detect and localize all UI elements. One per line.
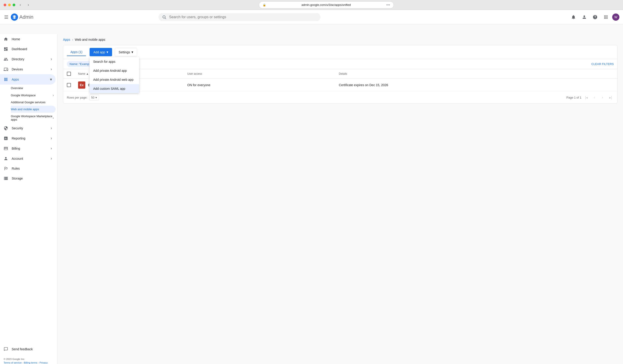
sidebar-item-security[interactable]: Security › [0, 123, 56, 133]
sidebar-sub-google-workspace[interactable]: Google Workspace › [11, 92, 56, 99]
feedback-icon [4, 347, 8, 351]
hamburger-menu-button[interactable] [4, 14, 9, 20]
sidebar-sub-additional-google[interactable]: Additional Google services [11, 99, 56, 106]
forward-button[interactable]: › [25, 2, 31, 8]
breadcrumb-apps-link[interactable]: Apps [63, 38, 70, 42]
details-cell: Certificate expires on Dec 15, 2026 [335, 79, 617, 92]
name-sort-icon[interactable]: ▲ [86, 72, 89, 75]
apps-grid-icon [603, 15, 608, 20]
sidebar: Home Dashboard Directory › [0, 34, 58, 364]
last-page-button[interactable]: ▸| [607, 94, 614, 101]
apps-chevron-icon: ▾ [50, 77, 52, 82]
url-text: admin.google.com/u/3/ac/apps/unified [268, 3, 384, 6]
breadcrumb: Apps › Web and mobile apps [58, 34, 623, 43]
sidebar-item-billing[interactable]: Billing › [0, 143, 56, 153]
add-app-dropdown-arrow: ▾ [107, 50, 108, 54]
google-apps-button[interactable] [601, 13, 610, 21]
row-checkbox[interactable] [67, 83, 71, 87]
sidebar-dashboard-label: Dashboard [12, 47, 27, 51]
address-bar[interactable]: 🔒 admin.google.com/u/3/ac/apps/unified •… [259, 1, 394, 9]
sidebar-apps-label: Apps [12, 78, 19, 81]
table-row[interactable]: Ex E... ON for everyone Certificate expi… [63, 79, 617, 92]
sidebar-sub-overview[interactable]: Overview [11, 85, 56, 92]
notifications-button[interactable] [569, 13, 578, 21]
dropdown-search-apps[interactable]: Search for apps [89, 57, 139, 66]
sidebar-item-account[interactable]: Account › [0, 153, 56, 164]
sidebar-reporting-label: Reporting [12, 137, 25, 140]
sidebar-item-home[interactable]: Home [0, 34, 56, 44]
billing-chevron-icon: › [51, 146, 52, 151]
gws-chevron-icon: › [53, 93, 54, 97]
sidebar-devices-label: Devices [12, 67, 23, 71]
add-app-button[interactable]: Add app ▾ [89, 48, 112, 56]
clear-filters-button[interactable]: CLEAR FILTERS [592, 62, 614, 66]
sidebar-item-dashboard[interactable]: Dashboard [0, 44, 56, 54]
back-button[interactable]: ‹ [17, 2, 23, 8]
send-feedback-label: Send feedback [12, 347, 33, 351]
sidebar-item-directory[interactable]: Directory › [0, 54, 56, 64]
security-chevron-icon: › [51, 126, 52, 130]
help-button[interactable] [591, 13, 600, 21]
sidebar-item-reporting[interactable]: Reporting › [0, 133, 56, 143]
avatar[interactable]: W [612, 14, 619, 21]
sidebar-item-storage[interactable]: Storage [0, 173, 56, 183]
sidebar-sub-marketplace[interactable]: Google Workspace Marketplace apps › [11, 113, 56, 123]
directory-chevron-icon: › [51, 57, 52, 62]
home-icon [4, 37, 8, 42]
security-icon [4, 126, 8, 130]
minimize-window-button[interactable] [8, 4, 11, 6]
apps-icon [4, 77, 8, 82]
directory-icon [4, 57, 8, 62]
sidebar-item-rules[interactable]: Rules [0, 164, 56, 173]
reporting-chevron-icon: › [51, 136, 52, 141]
terms-of-service-link[interactable]: Terms of service [4, 361, 22, 364]
account-search-button[interactable] [580, 13, 589, 21]
dropdown-add-private-android[interactable]: Add private Android app [89, 66, 139, 75]
details-column-header: Details [335, 69, 617, 79]
add-app-label: Add app [93, 50, 105, 54]
sidebar-billing-label: Billing [12, 147, 20, 150]
user-access-cell: ON for everyone [184, 79, 335, 92]
add-app-btn-wrapper: Add app ▾ Search for apps Add private An… [89, 48, 112, 56]
breadcrumb-separator: › [72, 38, 73, 42]
admin-logo-icon [11, 14, 18, 21]
close-window-button[interactable] [4, 4, 6, 6]
send-feedback-button[interactable]: Send feedback [0, 344, 56, 354]
admin-logo-text: Admin [19, 14, 33, 20]
page-info: Page 1 of 1 [566, 96, 581, 99]
admin-logo[interactable]: Admin [11, 14, 33, 21]
search-input[interactable] [169, 15, 317, 19]
sidebar-footer: © 2023 Google Inc. Terms of service - Bi… [0, 354, 57, 364]
apps-tab[interactable]: Apps (1) [67, 48, 86, 56]
topbar-right: W [569, 13, 619, 21]
lock-icon: 🔒 [263, 3, 266, 6]
sidebar-sub-web-mobile[interactable]: Web and mobile apps [11, 106, 56, 113]
search-bar[interactable] [158, 13, 320, 21]
sidebar-item-devices[interactable]: Devices › [0, 64, 56, 74]
rows-per-page-label: Rows per page: [67, 96, 87, 99]
dashboard-icon [4, 47, 8, 51]
rows-per-page-select[interactable]: 50 ▾ [89, 95, 99, 100]
rules-icon [4, 166, 8, 171]
dropdown-add-private-android-web[interactable]: Add private Android web app [89, 75, 139, 84]
select-all-checkbox[interactable] [67, 72, 71, 76]
table-footer: Rows per page: 50 ▾ Page 1 of 1 |◂ ‹ › ▸… [63, 92, 617, 103]
filter-bar: Name: "Examp ✕ CLEAR FILTERS [63, 59, 617, 69]
devices-icon [4, 67, 8, 72]
content-card: Apps (1) Add app ▾ Search for apps Add p… [63, 45, 618, 104]
sidebar-item-apps[interactable]: Apps ▾ [0, 74, 56, 85]
first-page-button[interactable]: |◂ [583, 94, 589, 101]
prev-page-button[interactable]: ‹ [591, 94, 598, 101]
billing-terms-link[interactable]: Billing terms [24, 361, 37, 364]
svg-line-1 [165, 18, 166, 19]
main-layout: Home Dashboard Directory › [0, 34, 623, 364]
settings-button[interactable]: Settings ▾ [115, 48, 137, 56]
reporting-icon [4, 136, 8, 141]
settings-label: Settings [119, 50, 130, 54]
marketplace-chevron-icon: › [53, 116, 54, 120]
dropdown-add-custom-saml[interactable]: Add custom SAML app [89, 84, 139, 93]
next-page-button[interactable]: › [599, 94, 606, 101]
sidebar-security-label: Security [12, 127, 23, 130]
maximize-window-button[interactable] [13, 4, 15, 6]
topbar: Admin W [0, 10, 623, 24]
